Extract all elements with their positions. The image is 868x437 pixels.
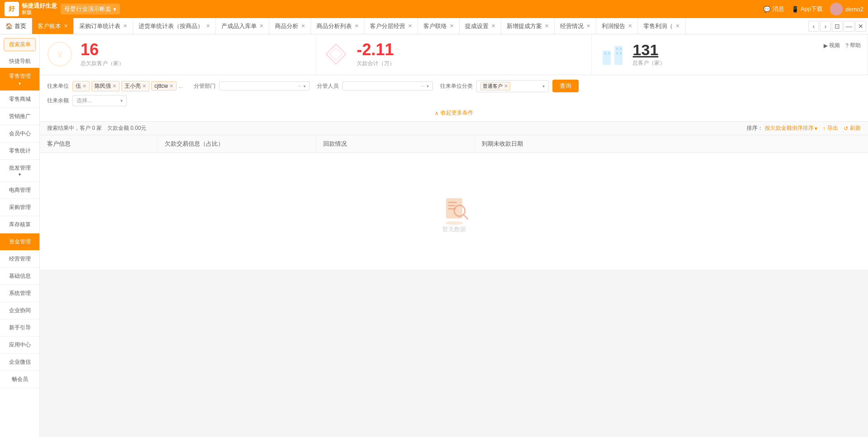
export-btn[interactable]: ↑ 导出: [823, 124, 838, 132]
col-header-customer-info: 客户信息: [40, 135, 158, 152]
tab-close-icon[interactable]: ✕: [64, 23, 68, 29]
sidebar-item-marketing[interactable]: 营销推广: [0, 108, 39, 125]
tab-close-all-btn[interactable]: ✕: [855, 21, 866, 32]
more-tags-btn[interactable]: ...: [178, 83, 183, 89]
svg-rect-6: [604, 52, 606, 54]
sidebar-item-ecommerce[interactable]: 电商管理: [0, 182, 39, 199]
video-btn[interactable]: ▶ 视频: [824, 42, 840, 49]
tab-home[interactable]: 🏠 首页: [0, 18, 32, 34]
tab-purchase-order-stats[interactable]: 采购订单统计表 ✕: [74, 18, 133, 34]
tab-close-icon[interactable]: ✕: [628, 23, 632, 29]
sidebar-item-member-center[interactable]: 会员中心: [0, 125, 39, 142]
main-area: 搜索菜单 快捷导航 零售管理 ▾ 零售商城 营销推广 会员中心 零售统计 批发管…: [0, 34, 868, 437]
tab-close-icon[interactable]: ✕: [259, 23, 264, 29]
category-filter-label: 往来单位分类: [440, 82, 473, 90]
tab-close-icon[interactable]: ✕: [301, 23, 305, 29]
tag-wang: 王小亮 ✕: [121, 81, 149, 91]
tab-profit-report[interactable]: 利润报告 ✕: [596, 18, 638, 34]
tab-close-icon[interactable]: ✕: [676, 23, 680, 29]
svg-rect-9: [620, 48, 622, 50]
dept-select[interactable]: ··· ▾: [219, 81, 310, 90]
sidebar-item-chang-member[interactable]: 畅会员: [0, 371, 39, 388]
message-icon: 💬: [763, 6, 771, 13]
tab-close-icon[interactable]: ✕: [206, 23, 210, 29]
sidebar-item-retail-mgmt[interactable]: 零售管理 ▾: [0, 68, 39, 91]
sidebar-item-inventory[interactable]: 库存核算: [0, 216, 39, 233]
tab-commission-setting[interactable]: 提成设置 ✕: [460, 18, 501, 34]
tab-operation-status[interactable]: 经营情况 ✕: [555, 18, 596, 34]
refresh-btn[interactable]: ↺ 刷新: [844, 124, 861, 132]
tab-minimize-btn[interactable]: —: [844, 21, 854, 32]
sort-select[interactable]: 按欠款金额倒序排序 ▾: [765, 124, 817, 132]
svg-marker-2: [326, 44, 346, 64]
stat-total-debt-amount: -2.11 欠款合计（万）: [316, 34, 592, 75]
tab-close-icon[interactable]: ✕: [408, 23, 412, 29]
empty-state: 暂无数据: [40, 153, 868, 270]
quick-nav-btn[interactable]: 快捷导航: [0, 55, 39, 68]
query-button[interactable]: 查询: [552, 80, 579, 92]
tab-new-commission-plan[interactable]: 新增提成方案 ✕: [501, 18, 555, 34]
filter-row-1: 往来单位 伍 ✕ 陈民强 ✕ 王小亮 ✕: [47, 80, 861, 92]
tag-wu: 伍 ✕: [72, 81, 90, 91]
sidebar-item-system-mgmt[interactable]: 系统管理: [0, 285, 39, 302]
tab-purchase-stats-product[interactable]: 进货单统计表（按商品） ✕: [133, 18, 216, 34]
category-tag-remove[interactable]: ✕: [504, 83, 508, 89]
tab-next-btn[interactable]: ›: [820, 21, 831, 32]
tab-product-analysis[interactable]: 商品分析 ✕: [269, 18, 311, 34]
tab-product-inbound[interactable]: 产成品入库单 ✕: [216, 18, 269, 34]
stat-total-customers: 131 总客户（家）: [592, 34, 868, 75]
tab-close-icon[interactable]: ✕: [491, 23, 495, 29]
tab-retail-profit[interactable]: 零售利润（ ✕: [638, 18, 686, 34]
tag-remove-wu[interactable]: ✕: [82, 83, 86, 89]
svg-rect-14: [448, 202, 457, 203]
sidebar-item-basic-info[interactable]: 基础信息: [0, 268, 39, 285]
dept-chevron-icon: ▾: [303, 84, 306, 89]
sidebar-item-finance-mgmt[interactable]: 资金管理: [0, 233, 39, 251]
personnel-select[interactable]: ··· ▾: [342, 81, 433, 90]
sort-control: 排序： 按欠款金额倒序排序 ▾: [747, 124, 817, 132]
tab-close-icon[interactable]: ✕: [586, 23, 590, 29]
tab-prev-btn[interactable]: ‹: [808, 21, 819, 32]
sidebar-item-enterprise-collab[interactable]: 企业协同: [0, 302, 39, 319]
tag-remove-chen[interactable]: ✕: [112, 83, 116, 89]
tag-remove-wang[interactable]: ✕: [142, 83, 146, 89]
col-header-repayment: 回款情况: [316, 135, 475, 152]
top-right-actions: ▶ 视频 ? 帮助: [824, 42, 861, 49]
tab-customer-contact[interactable]: 客户联络 ✕: [418, 18, 460, 34]
message-btn[interactable]: 💬 消息: [763, 5, 784, 13]
svg-point-12: [445, 221, 463, 225]
sidebar-item-app-center[interactable]: 应用中心: [0, 337, 39, 354]
tab-customer-segmentation[interactable]: 客户分层经营 ✕: [364, 18, 418, 34]
user-profile[interactable]: demo2: [830, 3, 863, 15]
tenant-selector[interactable]: 母婴行业演示帐套 ▾: [61, 4, 120, 14]
sidebar-item-purchase-mgmt[interactable]: 采购管理: [0, 199, 39, 216]
tab-product-analysis-list[interactable]: 商品分析列表 ✕: [311, 18, 364, 34]
sidebar-item-retail-stats[interactable]: 零售统计: [0, 142, 39, 160]
collapse-filters-btn[interactable]: ∧ 收起更多条件: [47, 109, 861, 117]
tab-close-icon[interactable]: ✕: [355, 23, 359, 29]
logo-area: 好 畅捷通好生意 标版: [5, 2, 57, 16]
tab-close-icon[interactable]: ✕: [450, 23, 454, 29]
sidebar-item-newbie-guide[interactable]: 新手引导: [0, 319, 39, 337]
sidebar-expand-icon: ▾: [19, 172, 21, 177]
sidebar-item-operation-mgmt[interactable]: 经营管理: [0, 251, 39, 268]
sidebar-item-retail-mall[interactable]: 零售商城: [0, 91, 39, 108]
tab-expand-btn[interactable]: ⊡: [832, 21, 843, 32]
balance-chevron-icon: ▾: [120, 98, 123, 103]
stats-row: ¥ 16 总欠款客户（家）: [40, 34, 868, 75]
tab-close-icon[interactable]: ✕: [545, 23, 549, 29]
category-select[interactable]: 普通客户 ✕ ▾: [476, 80, 549, 92]
sidebar-item-enterprise-wechat[interactable]: 企业微信: [0, 354, 39, 371]
help-btn[interactable]: ? 帮助: [845, 42, 861, 49]
logo-icon: 好: [5, 2, 19, 16]
table-header: 客户信息 欠款交易信息（占比） 回款情况 到期未收款日期: [40, 135, 868, 153]
tag-remove-cjttcw[interactable]: ✕: [169, 83, 173, 89]
balance-filter-label: 往来余额: [47, 97, 69, 104]
app-download-btn[interactable]: 📱 App下载: [791, 5, 823, 13]
search-menu-button[interactable]: 搜索菜单: [4, 38, 36, 51]
balance-select[interactable]: 选择... ▾: [72, 95, 127, 106]
tab-close-icon[interactable]: ✕: [123, 23, 127, 29]
tab-customer-ledger[interactable]: 客户账本 ✕: [32, 18, 74, 34]
sidebar-item-wholesale-mgmt[interactable]: 批发管理 ▾: [0, 160, 39, 182]
logo-text: 畅捷通好生意 标版: [22, 2, 57, 16]
